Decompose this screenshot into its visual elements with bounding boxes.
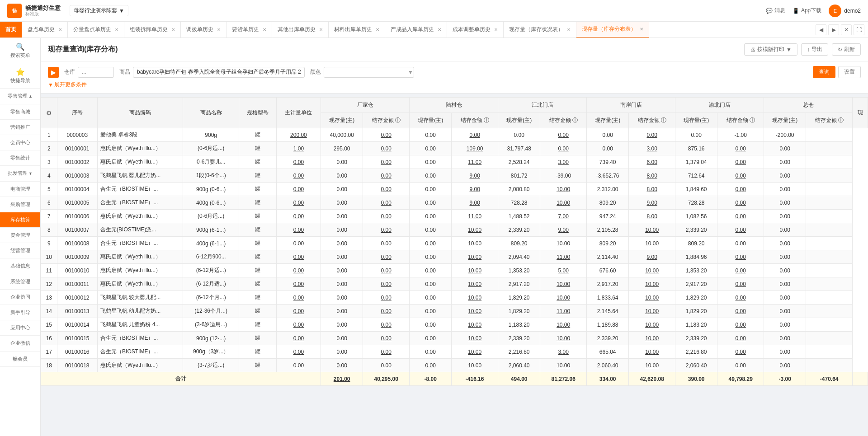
- cell-yb-qty[interactable]: 8.00: [629, 210, 675, 223]
- cell-cfx-qty[interactable]: 0.00: [276, 345, 321, 359]
- tab-close-icon[interactable]: ✕: [438, 27, 441, 32]
- cell-yb-qty[interactable]: 10.00: [629, 318, 675, 332]
- cell-total-qty[interactable]: 0.00: [717, 142, 764, 155]
- sidebar-item-stock[interactable]: 库存核算: [0, 212, 40, 228]
- sidebar-item-wechat[interactable]: 企业微信: [0, 336, 40, 351]
- cell-jb-qty[interactable]: 10.00: [452, 237, 498, 250]
- cell-na-qty[interactable]: 10.00: [540, 196, 587, 210]
- cell-yb-qty[interactable]: 10.00: [629, 345, 675, 359]
- cell-lcc-qty[interactable]: 0.00: [363, 237, 410, 250]
- print-btn[interactable]: 🖨 按模版打印 ▼: [744, 43, 797, 56]
- cell-yb-qty[interactable]: 6.00: [629, 155, 675, 169]
- cell-yb-qty[interactable]: 8.00: [629, 183, 675, 196]
- color-input[interactable]: [324, 67, 414, 78]
- sidebar-item-collab[interactable]: 企业协同: [0, 290, 40, 305]
- sidebar-item-ecommerce[interactable]: 电商管理: [0, 182, 40, 197]
- cell-lcc-qty[interactable]: 0.00: [363, 264, 410, 277]
- cell-cfx-qty[interactable]: 0.00: [276, 264, 321, 277]
- cell-lcc-qty[interactable]: 0.00: [363, 345, 410, 359]
- cell-cfx-qty[interactable]: 0.00: [276, 318, 321, 332]
- cell-yb-qty[interactable]: 10.00: [629, 291, 675, 305]
- cell-na-qty[interactable]: 3.00: [540, 155, 587, 169]
- cell-jb-qty[interactable]: 9.00: [452, 196, 498, 210]
- cell-cfx-qty[interactable]: 0.00: [276, 291, 321, 305]
- cell-lcc-qty[interactable]: 0.00: [363, 332, 410, 345]
- tab-prev-btn[interactable]: ◀: [816, 24, 826, 35]
- cell-jb-qty[interactable]: 9.00: [452, 183, 498, 196]
- tab-material-out[interactable]: 材料出库单历史 ✕: [329, 22, 385, 38]
- cell-jb-qty[interactable]: 10.00: [452, 305, 498, 318]
- cell-total-qty[interactable]: 0.00: [717, 196, 764, 210]
- cell-total-qty[interactable]: -1.00: [717, 128, 764, 142]
- sidebar-item-basic-info[interactable]: 基础信息: [0, 258, 40, 274]
- cell-total-qty[interactable]: 0.00: [717, 291, 764, 305]
- tab-close-icon[interactable]: ✕: [494, 27, 498, 32]
- cell-yb-qty[interactable]: 10.00: [629, 223, 675, 237]
- warehouse-input[interactable]: [78, 67, 114, 78]
- cell-cfx-qty[interactable]: 0.00: [276, 277, 321, 291]
- tab-close-all-btn[interactable]: ✕: [841, 24, 852, 35]
- cell-lcc-qty[interactable]: 0.00: [363, 250, 410, 264]
- sidebar-item-member[interactable]: 会员中心: [0, 135, 40, 150]
- cell-lcc-qty[interactable]: 0.00: [363, 277, 410, 291]
- refresh-btn[interactable]: ↻ 刷新: [832, 43, 861, 56]
- cell-cfx-qty[interactable]: 0.00: [276, 196, 321, 210]
- cell-cfx-qty[interactable]: 0.00: [276, 332, 321, 345]
- cell-jb-qty[interactable]: 109.00: [452, 142, 498, 155]
- cell-lcc-qty[interactable]: 0.00: [363, 128, 410, 142]
- cell-lcc-qty[interactable]: 0.00: [363, 305, 410, 318]
- tab-close-icon[interactable]: ✕: [263, 27, 266, 32]
- cell-jb-qty[interactable]: 11.00: [452, 210, 498, 223]
- footer-na-qty[interactable]: 334.00: [587, 372, 629, 386]
- cell-na-qty[interactable]: 10.00: [540, 318, 587, 332]
- tab-order[interactable]: 要货单历史 ✕: [226, 22, 272, 38]
- cell-cfx-qty[interactable]: 1.00: [276, 142, 321, 155]
- cell-total-qty[interactable]: 0.00: [717, 155, 764, 169]
- cell-lcc-qty[interactable]: 0.00: [363, 155, 410, 169]
- cell-total-qty[interactable]: 0.00: [717, 359, 764, 372]
- cell-lcc-qty[interactable]: 0.00: [363, 183, 410, 196]
- filter-toggle-btn[interactable]: ▶: [48, 67, 59, 78]
- sidebar-item-system[interactable]: 系统管理: [0, 274, 40, 290]
- sidebar-item-retail-mall[interactable]: 零售商城: [0, 104, 40, 120]
- tab-close-icon[interactable]: ✕: [640, 27, 643, 32]
- cell-lcc-qty[interactable]: 0.00: [363, 142, 410, 155]
- cell-yb-qty[interactable]: 8.00: [629, 169, 675, 183]
- footer-yb-qty[interactable]: 390.00: [675, 372, 717, 386]
- cell-na-qty[interactable]: 10.00: [540, 183, 587, 196]
- cell-jb-qty[interactable]: 10.00: [452, 277, 498, 291]
- footer-lcc-qty[interactable]: -8.00: [410, 372, 452, 386]
- tab-close-icon[interactable]: ✕: [376, 27, 379, 32]
- cell-yb-qty[interactable]: 3.00: [629, 142, 675, 155]
- sidebar-item-business[interactable]: 经营管理: [0, 243, 40, 258]
- tab-share-check[interactable]: 分量盘点单历史 ✕: [68, 22, 124, 38]
- cell-lcc-qty[interactable]: 0.00: [363, 318, 410, 332]
- cell-total-qty[interactable]: 0.00: [717, 264, 764, 277]
- sidebar-item-vip[interactable]: 畅会员: [0, 352, 40, 367]
- cell-total-qty[interactable]: 0.00: [717, 210, 764, 223]
- cell-cfx-qty[interactable]: 0.00: [276, 237, 321, 250]
- footer-cfx-qty[interactable]: 201.00: [321, 372, 363, 386]
- export-btn[interactable]: ↑ 导出: [801, 43, 828, 56]
- sidebar-item-guide[interactable]: 新手引导: [0, 305, 40, 320]
- footer-total-qty[interactable]: -3.00: [764, 372, 806, 386]
- cell-lcc-qty[interactable]: 0.00: [363, 196, 410, 210]
- tab-inventory-check[interactable]: 盘点单历史 ✕: [22, 22, 68, 38]
- tab-close-icon[interactable]: ✕: [217, 27, 221, 32]
- cell-jb-qty[interactable]: 10.00: [452, 264, 498, 277]
- cell-na-qty[interactable]: 0.00: [540, 142, 587, 155]
- cell-na-qty[interactable]: 11.00: [540, 305, 587, 318]
- org-selector[interactable]: 母婴行业演示陈套 ▼: [70, 5, 128, 16]
- tab-close-icon[interactable]: ✕: [567, 27, 571, 32]
- cell-na-qty[interactable]: 10.00: [540, 359, 587, 372]
- sidebar-item-nav[interactable]: ⭐ 快捷导航: [0, 63, 40, 89]
- cell-yb-qty[interactable]: 9.00: [629, 250, 675, 264]
- cell-na-qty[interactable]: 9.00: [540, 223, 587, 237]
- cell-jb-qty[interactable]: 10.00: [452, 291, 498, 305]
- cell-cfx-qty[interactable]: 0.00: [276, 223, 321, 237]
- cell-cfx-qty[interactable]: 200.00: [276, 128, 321, 142]
- footer-jb-qty[interactable]: 494.00: [498, 372, 540, 386]
- cell-jb-qty[interactable]: 10.00: [452, 318, 498, 332]
- cell-yb-qty[interactable]: 10.00: [629, 305, 675, 318]
- cell-total-qty[interactable]: 0.00: [717, 332, 764, 345]
